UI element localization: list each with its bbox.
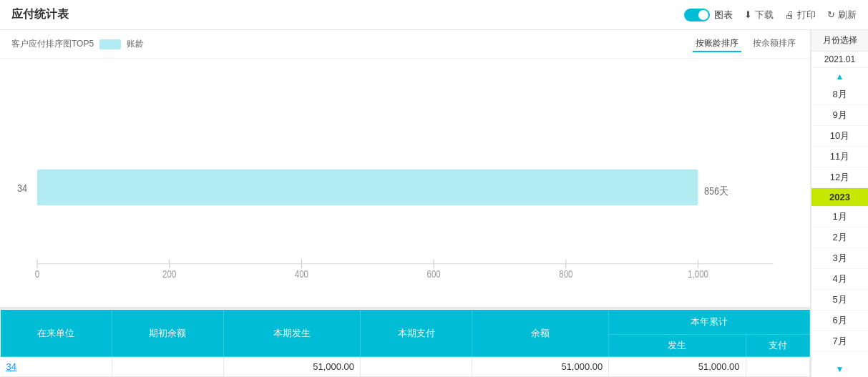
sidebar: 月份选择 2021.01 8月 9月 10月 11月 12月 2023 1月 2… [811, 30, 868, 377]
col-origin: 在来单位 [1, 310, 112, 357]
chart-toggle-label: 图表 [714, 9, 733, 21]
data-table: 在来单位 期初余额 本期发生 本期支付 余额 本年累计 发生 支付 [0, 309, 810, 377]
sidebar-year-2023[interactable]: 2023 [811, 188, 868, 207]
col-current-occur: 本期发生 [223, 310, 360, 357]
cell-origin[interactable]: 34 [1, 357, 112, 377]
cell-ytd-pay [746, 357, 809, 377]
cell-current-occur: 51,000.00 [223, 357, 360, 377]
chevron-down-icon [836, 363, 844, 374]
print-label: 打印 [797, 9, 816, 21]
svg-text:600: 600 [427, 268, 441, 280]
svg-text:800: 800 [559, 268, 572, 280]
chart-controls: 客户应付排序图TOP5 账龄 按账龄排序 按余额排序 [0, 30, 810, 59]
col-current-pay: 本期支付 [361, 310, 472, 357]
sidebar-month-11[interactable]: 11月 [811, 147, 868, 167]
chevron-up-icon [836, 71, 844, 82]
download-button[interactable]: ⬇ 下载 [744, 9, 774, 21]
main-content: 客户应付排序图TOP5 账龄 按账龄排序 按余额排序 34 8 [0, 30, 868, 377]
chart-svg: 34 856天 0 200 400 600 800 1,000 [7, 66, 796, 300]
sidebar-month-4[interactable]: 4月 [811, 269, 868, 290]
refresh-button[interactable]: ↻ 刷新 [827, 9, 857, 21]
svg-text:200: 200 [162, 268, 176, 280]
sidebar-month-9[interactable]: 9月 [811, 105, 868, 126]
sidebar-month-3[interactable]: 3月 [811, 248, 868, 269]
svg-text:0: 0 [35, 268, 39, 280]
chart-toggle-wrap[interactable]: 图表 [684, 9, 733, 21]
sidebar-month-2[interactable]: 2月 [811, 227, 868, 248]
header: 应付统计表 图表 ⬇ 下载 🖨 打印 ↻ 刷新 [0, 0, 868, 30]
sidebar-up-button[interactable] [811, 68, 868, 84]
page-wrapper: 应付统计表 图表 ⬇ 下载 🖨 打印 ↻ 刷新 [0, 0, 868, 377]
col-ytd-occur: 发生 [609, 335, 746, 357]
print-icon: 🖨 [785, 9, 794, 20]
svg-text:34: 34 [17, 182, 27, 194]
sidebar-month-1[interactable]: 1月 [811, 207, 868, 227]
chart-section: 客户应付排序图TOP5 账龄 按账龄排序 按余额排序 34 8 [0, 30, 811, 377]
sidebar-month-7[interactable]: 7月 [811, 331, 868, 352]
svg-text:856天: 856天 [704, 185, 728, 197]
chart-toggle[interactable] [684, 9, 710, 21]
col-opening: 期初余额 [112, 310, 223, 357]
sort-controls: 按账龄排序 按余额排序 [693, 36, 799, 52]
col-ytd-pay: 支付 [746, 335, 809, 357]
cell-ytd-occur: 51,000.00 [609, 357, 746, 377]
cell-balance: 51,000.00 [472, 357, 608, 377]
page-title: 应付统计表 [11, 7, 69, 22]
legend-area: 客户应付排序图TOP5 账龄 [11, 38, 144, 50]
table-section: 在来单位 期初余额 本期发生 本期支付 余额 本年累计 发生 支付 [0, 307, 810, 377]
print-button[interactable]: 🖨 打印 [785, 9, 816, 21]
col-ytd: 本年累计 [609, 310, 810, 335]
sidebar-month-8[interactable]: 8月 [811, 84, 868, 105]
sidebar-month-6[interactable]: 6月 [811, 310, 868, 331]
refresh-label: 刷新 [838, 9, 857, 21]
sort-by-amount-button[interactable]: 按余额排序 [750, 36, 799, 52]
svg-text:1,000: 1,000 [688, 268, 708, 280]
svg-text:400: 400 [295, 268, 308, 280]
chart-legend-title: 客户应付排序图TOP5 [11, 38, 94, 50]
download-label: 下载 [755, 9, 774, 21]
sidebar-month-10[interactable]: 10月 [811, 126, 868, 147]
legend-label: 账龄 [127, 38, 144, 50]
legend-box [99, 39, 121, 49]
sidebar-months: 8月 9月 10月 11月 12月 2023 1月 2月 3月 4月 5月 6月… [811, 84, 868, 361]
header-actions: 图表 ⬇ 下载 🖨 打印 ↻ 刷新 [684, 9, 857, 21]
chart-canvas: 34 856天 0 200 400 600 800 1,000 [0, 59, 810, 307]
col-balance: 余额 [472, 310, 608, 357]
refresh-icon: ↻ [827, 9, 835, 20]
cell-opening [112, 357, 223, 377]
svg-rect-1 [37, 170, 698, 205]
sidebar-month-12[interactable]: 12月 [811, 167, 868, 188]
sidebar-down-button[interactable] [811, 361, 868, 377]
sidebar-current-year[interactable]: 2021.01 [811, 52, 868, 68]
download-icon: ⬇ [744, 9, 752, 20]
sort-by-balance-button[interactable]: 按账龄排序 [693, 36, 741, 52]
table-row: 34 51,000.00 51,000.00 51,000.00 [1, 357, 810, 377]
sidebar-month-5[interactable]: 5月 [811, 290, 868, 310]
cell-current-pay [361, 357, 472, 377]
sidebar-header: 月份选择 [811, 30, 868, 52]
